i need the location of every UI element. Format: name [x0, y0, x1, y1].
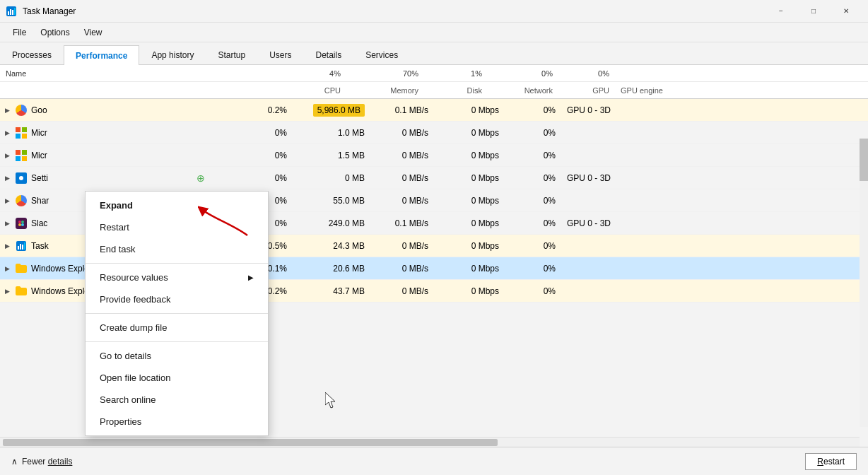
ctx-item-expand[interactable]: Expand	[86, 194, 268, 216]
ctx-item-go-to-details[interactable]: Go to details	[86, 345, 268, 367]
ctx-item-end-task[interactable]: End task	[86, 238, 268, 260]
menu-file[interactable]: File	[6, 25, 33, 40]
submenu-arrow-icon: ▶	[248, 274, 254, 281]
col-header-memory[interactable]: 70%	[346, 69, 424, 78]
fewer-details-button[interactable]: ∧ Fewer details	[11, 457, 72, 467]
gpu-cell: 0%	[505, 241, 561, 251]
close-button[interactable]: ✕	[830, 0, 862, 23]
menu-options[interactable]: Options	[33, 25, 76, 40]
disk-cell: 0 MB/s	[370, 264, 434, 274]
col-header-name[interactable]: Name	[0, 69, 198, 78]
app-icon-chrome	[14, 103, 28, 117]
col-label-cpu: CPU	[283, 86, 346, 95]
col-label-memory: Memory	[346, 86, 424, 95]
svg-rect-7	[16, 134, 20, 139]
app-icon-settings	[14, 171, 28, 185]
app-icon-folder	[14, 262, 28, 276]
cpu-cell: 0.2%	[229, 105, 293, 115]
col-header-network[interactable]: 0%	[488, 69, 558, 78]
ctx-item-open-file-location[interactable]: Open file location	[86, 367, 268, 389]
ctx-item-search-online[interactable]: Search online	[86, 389, 268, 411]
row-expand-icon[interactable]: ▶	[0, 129, 14, 136]
table-body: ▶ Goo 0.2% 5,986.0 MB 0.1 MB/s 0 Mbps 0%…	[0, 99, 868, 447]
tab-processes[interactable]: Processes	[0, 45, 64, 64]
fewer-details-label: Fewer details	[22, 457, 72, 467]
col-header-gpu[interactable]: 0%	[558, 69, 615, 78]
gpu-engine-cell: GPU 0 - 3D	[561, 218, 868, 228]
row-expand-icon[interactable]: ▶	[0, 288, 14, 295]
ctx-divider-2	[86, 313, 268, 314]
app-icon-taskman	[14, 239, 28, 253]
footer-right: Restart	[805, 453, 857, 470]
row-expand-icon[interactable]: ▶	[0, 220, 14, 227]
table-row[interactable]: ▶ Micr 0% 1.0 MB 0 MB/s 0 Mbps 0%	[0, 122, 868, 144]
row-expand-icon[interactable]: ▶	[0, 175, 14, 182]
svg-rect-8	[22, 134, 27, 139]
svg-rect-22	[20, 244, 21, 250]
disk-cell: 0 MB/s	[370, 151, 434, 160]
table-row[interactable]: ▶ Setti ⊕ 0% 0 MB 0 MB/s 0 Mbps 0% GPU 0…	[0, 167, 868, 189]
ctx-item-provide-feedback[interactable]: Provide feedback	[86, 288, 268, 310]
app-icon-ms2	[14, 148, 28, 163]
gpu-cell: 0%	[505, 196, 561, 206]
ctx-item-resource-values[interactable]: Resource values ▶	[86, 266, 268, 288]
menu-view[interactable]: View	[77, 25, 110, 40]
svg-rect-21	[18, 246, 19, 250]
network-cell: 0 Mbps	[434, 151, 505, 160]
tab-services[interactable]: Services	[353, 45, 410, 64]
minimize-button[interactable]: −	[765, 0, 797, 23]
network-cell: 0 Mbps	[434, 105, 505, 115]
mouse-cursor	[325, 392, 339, 409]
gpu-cell: 0%	[505, 105, 561, 115]
col-label-gpu-engine: GPU engine	[615, 86, 868, 95]
svg-rect-2	[10, 9, 11, 15]
title-controls: − □ ✕	[765, 0, 862, 23]
task-manager-icon	[6, 6, 17, 17]
gpu-cell: 0%	[505, 286, 561, 296]
gpu-cell: 0%	[505, 218, 561, 228]
restart-button[interactable]: Restart	[805, 453, 857, 470]
table-row[interactable]: ▶ Micr 0% 1.5 MB 0 MB/s 0 Mbps 0%	[0, 144, 868, 167]
context-menu: Expand Restart End task Resource values …	[85, 191, 269, 436]
row-expand-icon[interactable]: ▶	[0, 265, 14, 272]
col-header-cpu[interactable]: 4%	[283, 69, 346, 78]
tab-users[interactable]: Users	[257, 45, 303, 64]
row-expand-icon[interactable]: ▶	[0, 242, 14, 250]
ctx-item-properties[interactable]: Properties	[86, 411, 268, 433]
row-expand-icon[interactable]: ▶	[0, 152, 14, 159]
gpu-cell: 0%	[505, 128, 561, 138]
tab-details[interactable]: Details	[303, 45, 353, 64]
app-icon-share	[14, 194, 28, 208]
gpu-cell: 0%	[505, 151, 561, 160]
memory-cell: 0 MB	[293, 173, 370, 183]
process-name: Micr	[31, 128, 172, 138]
table-row[interactable]: ▶ Goo 0.2% 5,986.0 MB 0.1 MB/s 0 Mbps 0%…	[0, 99, 868, 122]
memory-cell: 249.0 MB	[293, 218, 370, 228]
row-expand-icon[interactable]: ▶	[0, 107, 14, 114]
gpu-engine-cell: GPU 0 - 3D	[561, 173, 868, 183]
tab-app-history[interactable]: App history	[139, 45, 206, 64]
menu-bar: File Options View	[0, 23, 868, 42]
maximize-button[interactable]: □	[797, 0, 830, 23]
hscroll-thumb[interactable]	[3, 439, 498, 446]
ctx-item-restart[interactable]: Restart	[86, 216, 268, 238]
window-title: Task Manager	[23, 6, 76, 16]
svg-rect-24	[24, 242, 25, 250]
memory-cell: 5,986.0 MB	[293, 105, 370, 115]
horizontal-scrollbar[interactable]	[0, 437, 860, 447]
tab-performance[interactable]: Performance	[64, 45, 139, 65]
col-header-disk[interactable]: 1%	[424, 69, 488, 78]
network-cell: 0 Mbps	[434, 218, 505, 228]
ctx-item-create-dump[interactable]: Create dump file	[86, 317, 268, 339]
vertical-scrollbar-track	[860, 139, 868, 427]
svg-point-18	[18, 223, 21, 226]
gpu-cell: 0%	[505, 173, 561, 183]
gpu-engine-cell: GPU 0 - 3D	[561, 105, 868, 115]
svg-rect-12	[22, 156, 27, 161]
chevron-up-icon: ∧	[11, 457, 18, 467]
vertical-scrollbar-thumb[interactable]	[860, 139, 868, 181]
row-expand-icon[interactable]: ▶	[0, 197, 14, 204]
svg-rect-4	[14, 8, 16, 15]
memory-cell: 1.5 MB	[293, 151, 370, 160]
tab-startup[interactable]: Startup	[206, 45, 257, 64]
